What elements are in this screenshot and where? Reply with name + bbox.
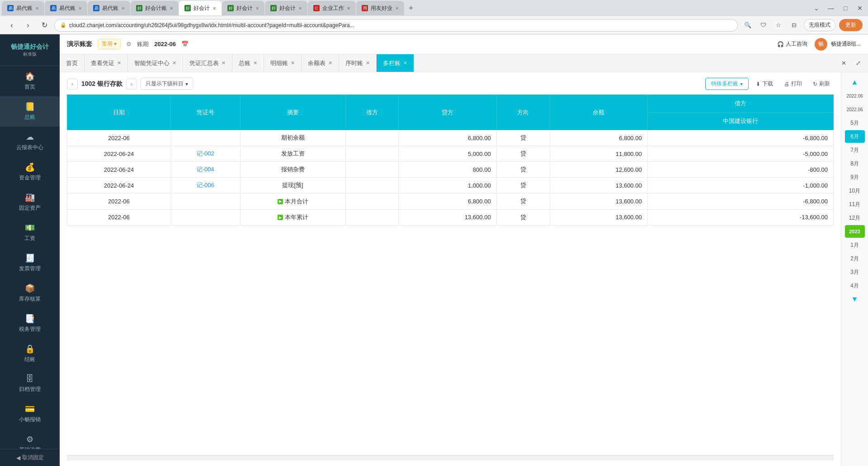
star-icon-btn[interactable]: ☆	[772, 19, 785, 32]
tab-8-close[interactable]: ✕	[347, 6, 350, 11]
sidebar-item-fixed-asset[interactable]: 🏭 固定资产	[0, 187, 60, 217]
browser-tab-4[interactable]: 好 好会计账 ✕	[131, 1, 179, 15]
tab-voucher-summary[interactable]: 凭证汇总表 ✕	[183, 54, 232, 72]
sidebar-item-inventory[interactable]: 📦 库存核算	[0, 278, 60, 308]
tab-journal-close[interactable]: ✕	[366, 60, 370, 66]
tab-list-button[interactable]: ⌄	[810, 2, 823, 14]
date-nav-feb[interactable]: 2月	[845, 252, 865, 265]
cell-voucher[interactable]: 记-004	[170, 162, 240, 178]
consultant-button[interactable]: 🎧 人工咨询	[777, 40, 807, 48]
date-nav-may[interactable]: 5月	[845, 117, 865, 129]
close-panel-button[interactable]: ✕	[837, 57, 850, 70]
search-icon-btn[interactable]: 🔍	[741, 19, 754, 32]
sidebar-item-fund[interactable]: 💰 资金管理	[0, 157, 60, 187]
shield-icon-btn[interactable]: 🛡	[757, 19, 769, 32]
tab-6-close[interactable]: ✕	[255, 6, 259, 11]
browser-tab-8[interactable]: C 企业工作 ✕	[308, 1, 356, 15]
tab-detail-ledger-close[interactable]: ✕	[291, 60, 295, 66]
browser-tab-9[interactable]: 用 用友好业 ✕	[356, 1, 404, 15]
period-dropdown-icon[interactable]: ▾	[114, 41, 117, 47]
download-button[interactable]: ⬇ 下载	[752, 78, 777, 89]
sidebar-icon-btn[interactable]: ⊟	[788, 19, 800, 32]
cell-voucher[interactable]: 记-002	[170, 146, 240, 162]
browser-tab-5[interactable]: 好 好会计 ✕	[179, 1, 222, 15]
date-nav-sep[interactable]: 9月	[845, 171, 865, 184]
print-button[interactable]: 🖨 打印	[780, 78, 806, 89]
date-nav-apr[interactable]: 4月	[845, 279, 865, 292]
tab-detail-ledger[interactable]: 明细账 ✕	[264, 54, 302, 72]
browser-tab-7[interactable]: 好 好会计 ✕	[265, 1, 307, 15]
sidebar-item-home[interactable]: 🏠 首页	[0, 66, 60, 96]
cell-voucher[interactable]: 记-006	[170, 178, 240, 193]
date-nav-june[interactable]: 6月	[845, 130, 865, 143]
refresh-button[interactable]: ↻ 刷新	[809, 78, 834, 89]
tab-balance-close[interactable]: ✕	[328, 60, 332, 66]
sidebar-item-expense[interactable]: 💳 小畅报销	[0, 399, 60, 429]
incognito-mode-button[interactable]: 无痕模式	[804, 19, 835, 31]
tab-7-close[interactable]: ✕	[298, 6, 302, 11]
tab-5-close[interactable]: ✕	[212, 6, 216, 11]
tab-multi-col[interactable]: 多栏账 ✕	[377, 54, 414, 72]
next-account-button[interactable]: ›	[126, 79, 137, 89]
sidebar-item-ledger[interactable]: 📒 总账	[0, 96, 60, 127]
cell-voucher[interactable]	[170, 209, 240, 226]
sidebar-pin-toggle[interactable]: ◀ 取消固定	[0, 449, 60, 466]
browser-tab-6[interactable]: 好 好会计 ✕	[222, 1, 264, 15]
tab-home[interactable]: 首页	[60, 54, 85, 72]
tab-smart-voucher[interactable]: 智能凭证中心 ✕	[128, 54, 183, 72]
tab-4-close[interactable]: ✕	[170, 6, 173, 11]
cell-voucher[interactable]	[170, 130, 240, 146]
browser-tab-2[interactable]: 易 易代账 ✕	[45, 1, 87, 15]
date-nav-aug[interactable]: 8月	[845, 157, 865, 170]
date-nav-mar[interactable]: 3月	[845, 266, 865, 278]
settings-icon[interactable]: ⚙	[126, 41, 132, 47]
date-nav-oct[interactable]: 10月	[845, 184, 865, 197]
tab-2-close[interactable]: ✕	[78, 6, 82, 11]
bottom-scrollbar[interactable]	[67, 455, 834, 461]
sidebar-item-invoice[interactable]: 🧾 发票管理	[0, 248, 60, 278]
tab-voucher-summary-close[interactable]: ✕	[222, 60, 226, 66]
new-tab-button[interactable]: +	[405, 2, 417, 14]
date-nav-july[interactable]: 7月	[845, 144, 865, 156]
sidebar-item-cloud-report[interactable]: ☁ 云报表中心	[0, 127, 60, 157]
calendar-icon[interactable]: 📅	[181, 41, 189, 47]
date-nav-2022-06-first[interactable]: 2022.06	[845, 89, 865, 102]
date-nav-scroll-down[interactable]: ▼	[849, 293, 861, 306]
tab-9-close[interactable]: ✕	[395, 6, 399, 11]
show-sub-button[interactable]: 只显示下级科目 ▾	[141, 78, 193, 90]
back-button[interactable]: ‹	[5, 19, 18, 32]
cell-voucher[interactable]	[170, 193, 240, 210]
special-multi-col-button[interactable]: 特殊多栏账 ▾	[705, 78, 749, 90]
prev-account-button[interactable]: ‹	[67, 79, 78, 89]
maximize-button[interactable]: □	[839, 2, 852, 14]
sidebar-item-basic[interactable]: ⚙ 基础设置	[0, 429, 60, 449]
date-nav-scroll-up[interactable]: ▲	[849, 76, 861, 89]
sidebar-item-archive[interactable]: 🗄 归档管理	[0, 369, 60, 399]
url-bar[interactable]: 🔒 cloud2.chanjet.com/accounting/uh26t264…	[54, 19, 738, 32]
tab-voucher-view-close[interactable]: ✕	[117, 60, 121, 66]
sidebar-item-salary[interactable]: 💵 工资	[0, 217, 60, 248]
tab-voucher-view[interactable]: 查看凭证 ✕	[85, 54, 128, 72]
browser-tab-1[interactable]: 易 易代账 ✕	[2, 1, 44, 15]
tab-3-close[interactable]: ✕	[121, 6, 125, 11]
sidebar-item-closing[interactable]: 🔒 结账	[0, 339, 60, 369]
minimize-button[interactable]: —	[825, 2, 837, 14]
tab-smart-voucher-close[interactable]: ✕	[172, 60, 176, 66]
browser-tab-3[interactable]: 易 易代账 ✕	[88, 1, 130, 15]
sidebar-item-tax[interactable]: 📑 税务管理	[0, 308, 60, 339]
tab-general-ledger-close[interactable]: ✕	[253, 60, 257, 66]
tab-1-close[interactable]: ✕	[35, 6, 39, 11]
tab-multi-col-close[interactable]: ✕	[403, 60, 407, 66]
reload-button[interactable]: ↻	[38, 19, 51, 32]
date-nav-nov[interactable]: 11月	[845, 198, 865, 211]
tab-journal[interactable]: 序时账 ✕	[339, 54, 377, 72]
close-window-button[interactable]: ✕	[854, 2, 866, 14]
tab-general-ledger[interactable]: 总账 ✕	[232, 54, 264, 72]
update-button[interactable]: 更新	[839, 19, 863, 31]
date-nav-2022-06-second[interactable]: 2022.06	[845, 103, 865, 116]
date-nav-jan[interactable]: 1月	[845, 239, 865, 251]
tab-balance[interactable]: 余额表 ✕	[302, 54, 339, 72]
forward-button[interactable]: ›	[22, 19, 34, 32]
expand-panel-button[interactable]: ⤢	[852, 57, 864, 70]
date-nav-dec[interactable]: 12月	[845, 212, 865, 224]
